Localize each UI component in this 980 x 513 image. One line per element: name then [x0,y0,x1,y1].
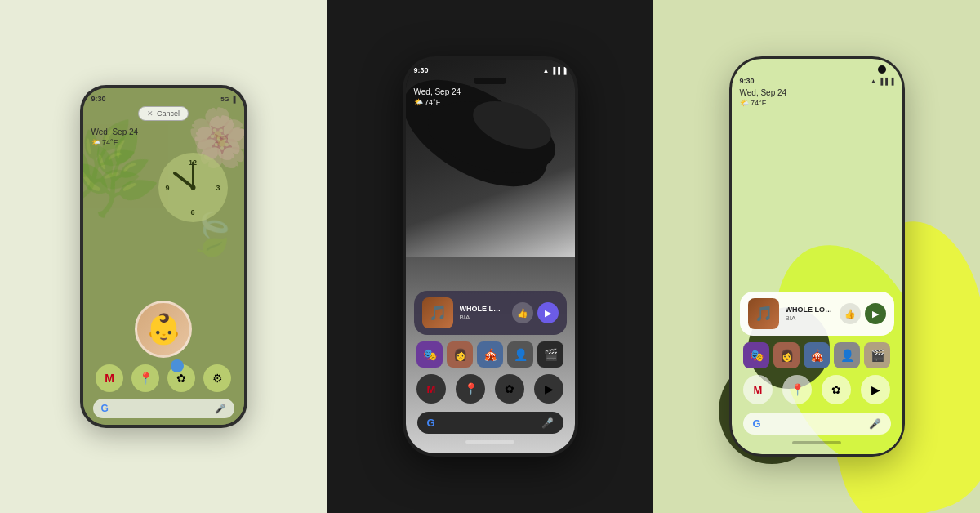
search-bar-left[interactable]: G 🎤 [93,399,234,418]
music-artist-center: BIA [460,314,506,321]
thumb-up-btn-right[interactable]: 👍 [840,303,861,324]
thumb-2-center[interactable]: 👩 [447,341,473,368]
gmail-icon-left[interactable]: M [96,364,123,392]
music-controls-center: 👍 ▶ [512,302,559,323]
cancel-x-icon: ✕ [147,109,154,118]
search-bar-center[interactable]: G 🎤 [417,412,564,434]
phone-left: 🌿 🌸 🍃 9:30 5G ▐ ✕ Cance [80,85,247,428]
gmail-dock-right[interactable]: M [743,375,773,404]
maps-dock-center[interactable]: 📍 [456,374,485,404]
status-time-center: 9:30 [414,66,429,74]
thumb-up-btn-center[interactable]: 👍 [512,302,533,323]
clock-widget: 12 3 6 9 [158,153,228,222]
battery-icon-left: ▐ [231,96,236,103]
status-time-left: 9:30 [91,95,106,103]
music-widget-right[interactable]: 🎵 WHOLE LOTTA MONEY BIA 👍 ▶ [740,292,894,336]
mic-icon-left[interactable]: 🎤 [215,404,226,414]
pixel-dock-center[interactable]: ✿ [495,374,524,404]
cancel-label: Cancel [157,109,180,118]
date-right: Wed, Sep 24 [740,88,894,97]
camera-punch-right [878,65,886,74]
play-btn-right[interactable]: ▶ [865,303,886,324]
weather-temp-right: 74°F [751,99,766,107]
app-dock-left: M 📍 ✿ ⚙ [91,364,236,392]
wifi-icon-center: ▲ [543,67,550,74]
music-controls-right: 👍 ▶ [840,303,886,324]
signal-icon-left: 5G [220,96,229,103]
wifi-icon-right: ▲ [871,78,877,85]
thumb-5-center[interactable]: 🎬 [537,341,564,368]
app-thumbs-center: 🎭 👩 🎪 👤 🎬 [414,341,567,368]
weather-temp-center: 74°F [425,98,440,106]
album-art-center: 🎵 [422,297,453,328]
thumb-4-right[interactable]: 👤 [834,342,860,368]
home-indicator-right [792,441,841,444]
weather-center: 🌤️ 74°F [414,98,567,106]
weather-right: 🌤️ 74°F [740,99,894,107]
google-g-icon-left: G [101,403,109,414]
svg-line-1 [175,173,194,188]
phone-right: 9:30 ▲ ▐▐ ▐ Wed, Sep 24 🌤️ 74°F [729,56,905,457]
home-indicator-center [466,440,514,444]
gmail-dock-center[interactable]: M [416,374,446,404]
music-info-right: WHOLE LOTTA MONEY BIA [786,306,833,323]
thumb-2-right[interactable]: 👩 [773,342,800,368]
maps-dock-right[interactable]: 📍 [782,375,812,404]
status-bar-left: 9:30 5G ▐ [91,95,236,103]
weather-icon-right: 🌤️ [740,99,749,107]
pixel-dock-right[interactable]: ✿ [822,375,851,404]
maps-icon-left[interactable]: 📍 [131,364,159,392]
left-panel: 🌿 🌸 🍃 9:30 5G ▐ ✕ Cance [0,0,327,513]
music-title-right: WHOLE LOTTA MONEY [786,306,833,314]
battery-icon-center: ▐ [562,67,567,74]
mic-icon-center[interactable]: 🎤 [541,417,554,429]
status-time-right: 9:30 [740,77,755,85]
play-btn-center[interactable]: ▶ [537,302,559,323]
battery-icon-right: ▐ [889,78,894,85]
youtube-dock-right[interactable]: ▶ [861,375,890,404]
thumb-5-right[interactable]: 🎬 [864,342,890,368]
center-panel: 9:30 ▲ ▐▐ ▐ Wed, Sep 24 🌤️ 74°F [327,0,653,513]
signal-icon-right: ▐▐ [878,78,887,85]
google-g-right: G [753,417,761,430]
status-bar-right: 9:30 ▲ ▐▐ ▐ [740,77,894,85]
weather-icon-center: 🌤️ [414,98,423,106]
cancel-button[interactable]: ✕ Cancel [138,106,189,121]
signal-icon-center: ▐▐ [550,67,559,74]
music-title-center: WHOLE LOTTA MONEY [460,305,506,314]
settings-icon-left[interactable]: ⚙ [203,364,231,392]
dock-center: M 📍 ✿ ▶ [414,374,567,404]
music-artist-right: BIA [786,314,833,322]
camera-notch-center [474,78,506,84]
youtube-dock-center[interactable]: ▶ [534,374,564,404]
date-left: Wed, Sep 24 [91,127,236,136]
thumb-1-center[interactable]: 🎭 [416,341,443,368]
blue-dot [171,359,184,372]
right-panel: 9:30 ▲ ▐▐ ▐ Wed, Sep 24 🌤️ 74°F [653,0,980,513]
app-thumbs-right: 🎭 👩 🎪 👤 🎬 [740,342,894,368]
thumb-1-right[interactable]: 🎭 [743,342,769,368]
phone-center: 9:30 ▲ ▐▐ ▐ Wed, Sep 24 🌤️ 74°F [403,56,578,457]
svg-point-2 [190,185,195,190]
thumb-4-center[interactable]: 👤 [507,341,533,368]
date-center: Wed, Sep 24 [414,87,567,96]
weather-left: 🌤️ 74°F [91,138,236,146]
mic-icon-right[interactable]: 🎤 [869,418,881,430]
weather-temp-left: 74°F [102,138,118,146]
search-bar-right[interactable]: G 🎤 [743,413,891,435]
thumb-3-right[interactable]: 🎪 [804,342,830,368]
dock-right: M 📍 ✿ ▶ [740,375,894,404]
music-info-center: WHOLE LOTTA MONEY BIA [460,305,506,322]
google-g-center: G [427,417,435,429]
album-art-right: 🎵 [748,298,779,329]
baby-photo: 👶 [135,301,192,358]
status-bar-center: 9:30 ▲ ▐▐ ▐ [414,66,567,74]
thumb-3-center[interactable]: 🎪 [477,341,503,368]
music-widget-center[interactable]: 🎵 WHOLE LOTTA MONEY BIA 👍 ▶ [414,291,567,335]
weather-icon-left: 🌤️ [91,138,100,146]
